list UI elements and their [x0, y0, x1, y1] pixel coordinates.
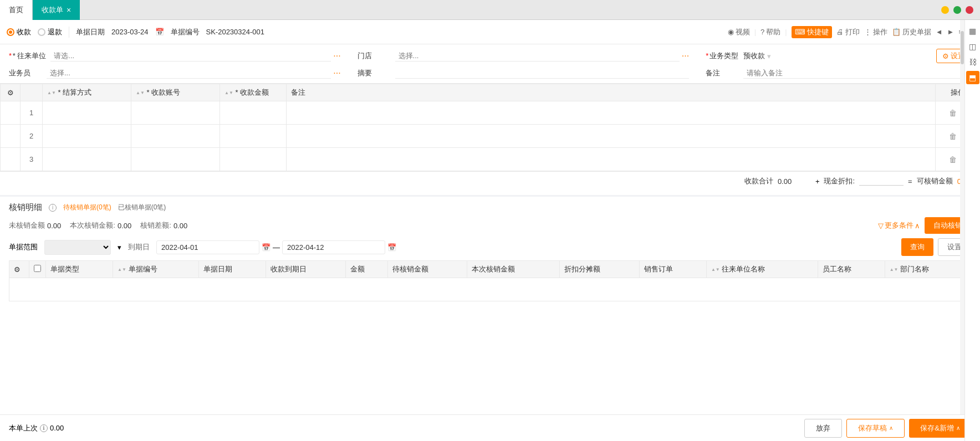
sidebar-icon-4[interactable]: ⬒: [966, 71, 979, 84]
maximize-button[interactable]: [953, 6, 961, 14]
delete-icon-2[interactable]: 🗑: [949, 132, 957, 141]
bt-checkbox-all[interactable]: [34, 265, 41, 272]
minimize-button[interactable]: [941, 6, 949, 14]
radio-group: 收款 退款: [7, 27, 62, 37]
range-select[interactable]: [44, 240, 111, 255]
bt-party-sort[interactable]: ▲▼: [711, 267, 720, 272]
bt-due-label: 收款到期日: [270, 265, 307, 273]
table-col-gear[interactable]: ⚙: [1, 84, 21, 101]
tab-done[interactable]: 已核销单据(0笔): [118, 203, 166, 212]
sidebar-icon-1[interactable]: ▦: [966, 24, 979, 38]
bottom-info-icon[interactable]: ℹ: [40, 424, 48, 432]
equals-sign: =: [908, 177, 912, 186]
delete-icon-1[interactable]: 🗑: [949, 109, 957, 117]
operation-btn[interactable]: ⋮ 操作: [864, 27, 887, 37]
business-type-label: *业务类型: [706, 51, 739, 61]
counter-party-input[interactable]: [50, 50, 331, 61]
gear-icon: ⚙: [942, 52, 949, 60]
gear-icon[interactable]: ⚙: [7, 89, 14, 97]
discount-input[interactable]: [859, 177, 904, 186]
counter-party-more-icon[interactable]: ···: [333, 51, 340, 61]
row-account-1[interactable]: [131, 101, 220, 125]
account-sort[interactable]: ▲▼: [136, 90, 145, 95]
next-btn[interactable]: ►: [947, 28, 955, 36]
verify-info-icon[interactable]: i: [49, 204, 57, 212]
history-icon: 📋: [892, 28, 901, 36]
summary-input[interactable]: [395, 68, 690, 79]
store-input[interactable]: [395, 50, 680, 61]
home-label: 首页: [9, 5, 23, 15]
history-btn[interactable]: 📋 历史单据: [892, 27, 931, 37]
row-amount-3[interactable]: [220, 148, 287, 171]
bt-number-sort[interactable]: ▲▼: [118, 267, 126, 272]
table-col-account: ▲▼ * 收款账号: [131, 84, 220, 101]
prev-btn[interactable]: ◄: [936, 28, 943, 36]
row-notes-2[interactable]: [287, 125, 936, 148]
notes-field: 备注: [706, 68, 971, 79]
save-new-button[interactable]: 保存&新增 ∧: [909, 419, 971, 438]
staff-more-icon[interactable]: ···: [333, 68, 340, 78]
row-settlement-3[interactable]: [43, 148, 131, 171]
bt-store-sort[interactable]: ▲▼: [890, 267, 899, 272]
date-from-input[interactable]: [156, 240, 259, 254]
table-row: 3 🗑 ⊕: [1, 148, 980, 171]
more-filter-btn[interactable]: ▽ 更多条件 ∧: [878, 221, 920, 230]
settlement-sort[interactable]: ▲▼: [47, 90, 56, 95]
radio-shoukuan-dot: [7, 28, 14, 36]
help-btn[interactable]: ? 帮助: [760, 27, 780, 37]
notes-input[interactable]: [743, 68, 971, 79]
bt-col-staff: 员工名称: [818, 261, 885, 278]
bt-col-party: ▲▼ 往来单位名称: [706, 261, 818, 278]
business-type-dropdown-icon[interactable]: ▾: [767, 52, 771, 60]
scrollbar-thumb[interactable]: [961, 31, 964, 64]
bt-party-label: 往来单位名称: [722, 265, 765, 273]
tab-home[interactable]: 首页: [0, 0, 33, 20]
tab-close-icon[interactable]: ×: [67, 6, 71, 14]
shortcut-btn[interactable]: ⌨ 快捷键: [792, 26, 832, 38]
radio-tuikuan-label: 退款: [48, 27, 62, 37]
staff-input[interactable]: [47, 68, 331, 79]
row-account-2[interactable]: [131, 125, 220, 148]
date-to-input[interactable]: [282, 240, 385, 254]
radio-tuikuan[interactable]: 退款: [38, 27, 62, 37]
save-draft-button[interactable]: 保存草稿 ∧: [846, 419, 905, 438]
save-draft-label: 保存草稿: [858, 423, 887, 433]
calendar-to-icon[interactable]: 📅: [387, 243, 396, 252]
calendar-icon[interactable]: 📅: [155, 28, 164, 36]
right-sidebar: ▦ ◫ ⛓ ⬒: [964, 20, 980, 441]
number-field: 单据编号 SK-20230324-001: [171, 27, 265, 37]
abandon-button[interactable]: 放弃: [804, 419, 842, 438]
bt-pending-label: 待核销金额: [392, 265, 428, 273]
bt-date-label: 单据日期: [203, 265, 232, 273]
date-separator: —: [273, 243, 280, 252]
row-settlement-1[interactable]: [43, 101, 131, 125]
sidebar-icon-3[interactable]: ⛓: [966, 55, 979, 69]
range-dropdown-icon[interactable]: ▾: [118, 243, 121, 252]
row-gear-cell: [1, 101, 21, 125]
delete-icon-3[interactable]: 🗑: [949, 155, 957, 164]
amount-sort[interactable]: ▲▼: [224, 90, 233, 95]
scrollbar-area[interactable]: [960, 20, 964, 414]
row-amount-1[interactable]: [220, 101, 287, 125]
query-btn[interactable]: 查询: [901, 238, 933, 256]
counter-party-field: * * 往来单位 ···: [9, 50, 341, 61]
bt-col-check[interactable]: [29, 261, 46, 278]
bt-gear-icon[interactable]: ⚙: [14, 265, 21, 274]
print-btn[interactable]: 🖨 打印: [836, 27, 860, 37]
close-button[interactable]: [966, 6, 973, 14]
radio-shoukuan[interactable]: 收款: [7, 27, 31, 37]
row-account-3[interactable]: [131, 148, 220, 171]
row-settlement-2[interactable]: [43, 125, 131, 148]
row-notes-3[interactable]: [287, 148, 936, 171]
video-btn[interactable]: ◉ 视频: [728, 27, 750, 37]
table-wrapper: ⚙ ▲▼ * 结算方式 ▲▼ * 收款账号 ▲▼: [0, 84, 980, 171]
tab-pending[interactable]: 待核销单据(0笔): [63, 203, 111, 212]
calendar-from-icon[interactable]: 📅: [262, 243, 270, 252]
tab-shoukuan[interactable]: 收款单 ×: [33, 0, 80, 20]
bt-col-gear[interactable]: ⚙: [9, 261, 29, 278]
sidebar-icon-2[interactable]: ◫: [966, 40, 979, 53]
row-notes-1[interactable]: [287, 101, 936, 125]
row-amount-2[interactable]: [220, 125, 287, 148]
notes-label: 备注: [706, 68, 739, 78]
store-more-icon[interactable]: ···: [682, 51, 689, 61]
